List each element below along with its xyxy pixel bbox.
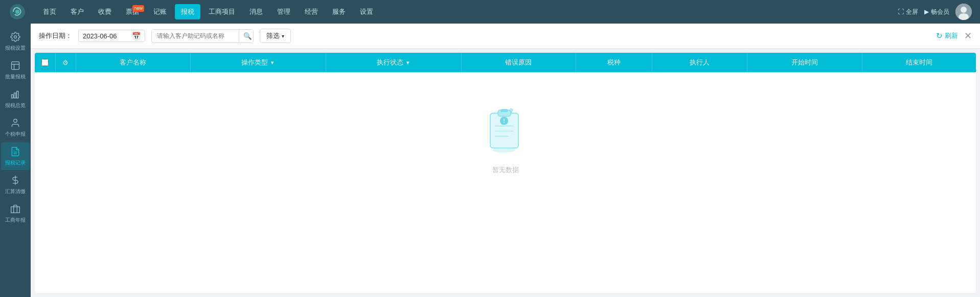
chevron-down-icon: ▾ <box>282 33 284 39</box>
toolbar: 操作日期： 📅 🔍 筛选 ▾ ↻ 刷新 ✕ <box>31 24 980 49</box>
date-label: 操作日期： <box>39 31 72 40</box>
refresh-icon: ↻ <box>936 31 943 40</box>
data-table: ⚙ 客户名称 操作类型 ▼ <box>35 53 976 205</box>
nav-right: ⛶ 全屏 ▶ 畅会员 <box>898 4 972 20</box>
svg-rect-11 <box>17 91 18 98</box>
svg-point-12 <box>14 119 17 123</box>
sidebar-item-批量报税[interactable]: 批量报税 <box>1 56 30 84</box>
filter-label: 筛选 <box>266 31 280 40</box>
refresh-button[interactable]: ↻ 刷新 <box>936 31 958 40</box>
nav-item-报税[interactable]: 报税 <box>175 4 200 19</box>
settings-icon: ⚙ <box>62 59 69 67</box>
fullscreen-button[interactable]: ⛶ 全屏 <box>898 8 918 16</box>
select-all-checkbox[interactable] <box>41 59 49 66</box>
sidebar-item-报税记录[interactable]: 报税记录 <box>1 142 30 170</box>
column-execute-status[interactable]: 执行状态 ▼ <box>326 53 461 72</box>
sidebar-icon-5 <box>10 175 20 187</box>
nav-item-经营[interactable]: 经营 <box>299 4 324 19</box>
empty-illustration: ! <box>480 103 531 159</box>
filter-button[interactable]: 筛选 ▾ <box>260 29 291 43</box>
app-logo[interactable] <box>8 3 27 21</box>
main-layout: 报税设置批量报税报税总览个税申报报税记录汇算清缴工商年报 操作日期： 📅 🔍 筛… <box>0 24 980 297</box>
column-tax-type: 税种 <box>576 53 652 72</box>
content-area: 操作日期： 📅 🔍 筛选 ▾ ↻ 刷新 ✕ <box>31 24 980 297</box>
member-button[interactable]: ▶ 畅会员 <box>924 8 949 16</box>
svg-rect-6 <box>12 62 19 70</box>
column-client-name: 客户名称 <box>76 53 190 72</box>
search-button[interactable]: 🔍 <box>239 30 254 43</box>
sidebar-icon-1 <box>10 60 20 72</box>
svg-rect-9 <box>12 95 13 98</box>
sidebar-icon-4 <box>10 146 20 158</box>
nav-item-工商项目[interactable]: 工商项目 <box>202 4 241 19</box>
sidebar: 报税设置批量报税报税总览个税申报报税记录汇算清缴工商年报 <box>0 24 31 297</box>
svg-point-3 <box>961 7 967 13</box>
sidebar-label: 个税申报 <box>5 131 26 137</box>
nav-items: 首页客户收费票据new记账报税工商项目消息管理经营服务设置 <box>37 4 898 19</box>
sidebar-label: 工商年报 <box>5 217 26 223</box>
sidebar-item-工商年报[interactable]: 工商年报 <box>1 200 30 227</box>
new-badge: new <box>132 5 144 12</box>
nav-item-票据[interactable]: 票据new <box>120 4 145 19</box>
column-operation-type[interactable]: 操作类型 ▼ <box>190 53 326 72</box>
table-wrapper: ⚙ 客户名称 操作类型 ▼ <box>35 53 976 293</box>
calendar-icon: 📅 <box>132 32 141 40</box>
sidebar-label: 报税设置 <box>5 45 26 51</box>
nav-item-客户[interactable]: 客户 <box>64 4 90 19</box>
empty-state: ! 暂无数据 <box>35 72 976 205</box>
sidebar-item-报税设置[interactable]: 报税设置 <box>1 28 30 55</box>
nav-item-收费[interactable]: 收费 <box>92 4 118 19</box>
column-end-time: 结束时间 <box>862 53 976 72</box>
sidebar-icon-0 <box>10 32 20 44</box>
svg-rect-22 <box>500 109 508 112</box>
table-body: ! 暂无数据 <box>35 72 976 205</box>
svg-rect-10 <box>14 93 16 98</box>
sidebar-item-报税总览[interactable]: 报税总览 <box>1 85 30 113</box>
sidebar-icon-3 <box>10 118 20 130</box>
search-box: 🔍 <box>151 29 254 43</box>
video-icon: ▶ <box>924 8 929 15</box>
fullscreen-icon: ⛶ <box>898 8 904 15</box>
nav-item-消息[interactable]: 消息 <box>243 4 269 19</box>
sort-icon: ▼ <box>270 60 275 66</box>
sidebar-label: 报税总览 <box>5 102 26 109</box>
column-executor: 执行人 <box>652 53 747 72</box>
svg-text:!: ! <box>503 118 505 124</box>
date-input[interactable] <box>83 32 129 40</box>
sidebar-label: 汇算清缴 <box>5 188 26 195</box>
date-picker[interactable]: 📅 <box>78 30 145 42</box>
search-icon: 🔍 <box>243 32 252 40</box>
column-error-reason: 错误原因 <box>461 53 576 72</box>
column-checkbox <box>35 53 55 72</box>
sort-icon: ▼ <box>405 60 411 66</box>
toolbar-right: ↻ 刷新 ✕ <box>936 31 972 40</box>
nav-item-记账[interactable]: 记账 <box>147 4 173 19</box>
svg-point-5 <box>14 36 17 38</box>
nav-item-设置[interactable]: 设置 <box>354 4 379 19</box>
close-button[interactable]: ✕ <box>964 31 972 40</box>
sidebar-label: 批量报税 <box>5 74 26 80</box>
sidebar-item-汇算清缴[interactable]: 汇算清缴 <box>1 171 30 199</box>
svg-point-1 <box>15 10 19 14</box>
avatar[interactable] <box>955 4 972 20</box>
sidebar-label: 报税记录 <box>5 160 26 166</box>
svg-rect-16 <box>11 207 20 213</box>
column-start-time: 开始时间 <box>747 53 862 72</box>
nav-item-首页[interactable]: 首页 <box>37 4 62 19</box>
top-nav: 首页客户收费票据new记账报税工商项目消息管理经营服务设置 ⛶ 全屏 ▶ 畅会员 <box>0 0 980 24</box>
nav-item-管理[interactable]: 管理 <box>271 4 297 19</box>
sidebar-icon-6 <box>10 204 20 216</box>
table-header: ⚙ 客户名称 操作类型 ▼ <box>35 53 976 72</box>
svg-point-28 <box>493 147 515 153</box>
sidebar-item-个税申报[interactable]: 个税申报 <box>1 114 30 141</box>
empty-text: 暂无数据 <box>492 165 519 175</box>
nav-item-服务[interactable]: 服务 <box>326 4 352 19</box>
sidebar-icon-2 <box>10 89 20 101</box>
search-input[interactable] <box>152 30 239 42</box>
column-setting[interactable]: ⚙ <box>55 53 76 72</box>
